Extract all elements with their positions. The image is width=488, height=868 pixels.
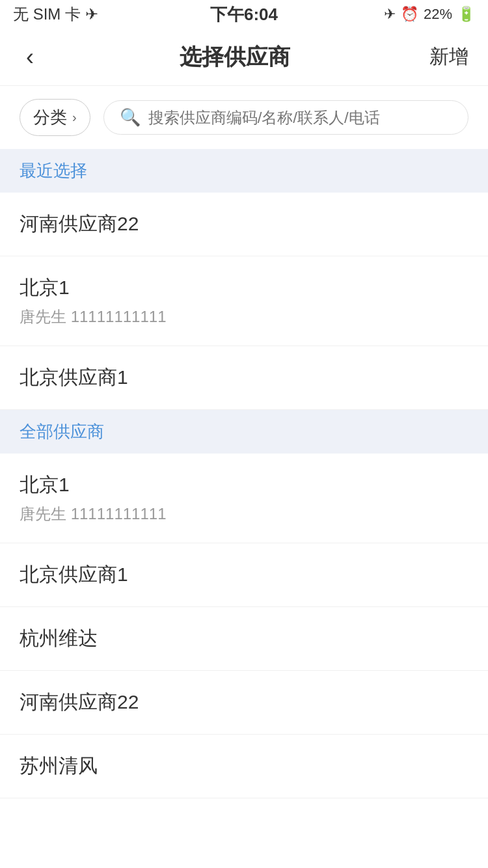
all-section-label: 全部供应商	[20, 422, 104, 441]
item-sub: 唐先生 11111111111	[20, 306, 468, 327]
status-bar: 无 SIM 卡 ✈ 下午6:04 ✈ ⏰ 22% 🔋	[0, 0, 488, 29]
item-name: 北京1	[20, 275, 468, 301]
location-icon: ✈	[384, 6, 396, 23]
battery-label: 22%	[424, 6, 452, 23]
search-icon: 🔍	[120, 107, 141, 128]
list-item[interactable]: 北京供应商1	[0, 543, 488, 607]
list-item[interactable]: 苏州清风	[0, 735, 488, 798]
status-right: ✈ ⏰ 22% 🔋	[384, 6, 475, 23]
recent-items-list: 河南供应商22北京1唐先生 11111111111北京供应商1	[0, 193, 488, 410]
list-item[interactable]: 北京1唐先生 11111111111	[0, 454, 488, 543]
battery-icon: 🔋	[457, 6, 475, 23]
all-items-list: 北京1唐先生 11111111111北京供应商1杭州维达河南供应商22苏州清风	[0, 454, 488, 798]
search-box: 🔍	[103, 100, 468, 135]
item-name: 苏州清风	[20, 753, 468, 780]
nav-title: 选择供应商	[180, 42, 290, 72]
item-sub: 唐先生 11111111111	[20, 504, 468, 524]
alarm-icon: ⏰	[401, 6, 418, 23]
filter-row: 分类 › 🔍	[0, 86, 488, 149]
search-input[interactable]	[148, 109, 452, 127]
item-name: 河南供应商22	[20, 689, 468, 716]
category-button[interactable]: 分类 ›	[20, 99, 90, 136]
recent-section-label: 最近选择	[20, 161, 87, 180]
list-item[interactable]: 河南供应商22	[0, 671, 488, 735]
all-section-header: 全部供应商	[0, 410, 488, 454]
list-item[interactable]: 杭州维达	[0, 607, 488, 671]
list-item[interactable]: 北京1唐先生 11111111111	[0, 256, 488, 346]
item-name: 杭州维达	[20, 625, 468, 652]
back-button[interactable]: ‹	[20, 37, 40, 77]
add-button[interactable]: 新增	[429, 44, 468, 70]
category-label: 分类	[33, 106, 67, 129]
status-time: 下午6:04	[210, 3, 278, 26]
item-name: 北京供应商1	[20, 364, 468, 391]
item-name: 北京供应商1	[20, 562, 468, 588]
nav-bar: ‹ 选择供应商 新增	[0, 29, 488, 86]
list-item[interactable]: 河南供应商22	[0, 193, 488, 256]
status-left: 无 SIM 卡 ✈	[13, 4, 98, 25]
no-sim-label: 无 SIM 卡 ✈	[13, 4, 98, 25]
recent-section-header: 最近选择	[0, 149, 488, 193]
item-name: 河南供应商22	[20, 211, 468, 237]
list-item[interactable]: 北京供应商1	[0, 346, 488, 410]
item-name: 北京1	[20, 472, 468, 498]
chevron-right-icon: ›	[72, 110, 77, 125]
